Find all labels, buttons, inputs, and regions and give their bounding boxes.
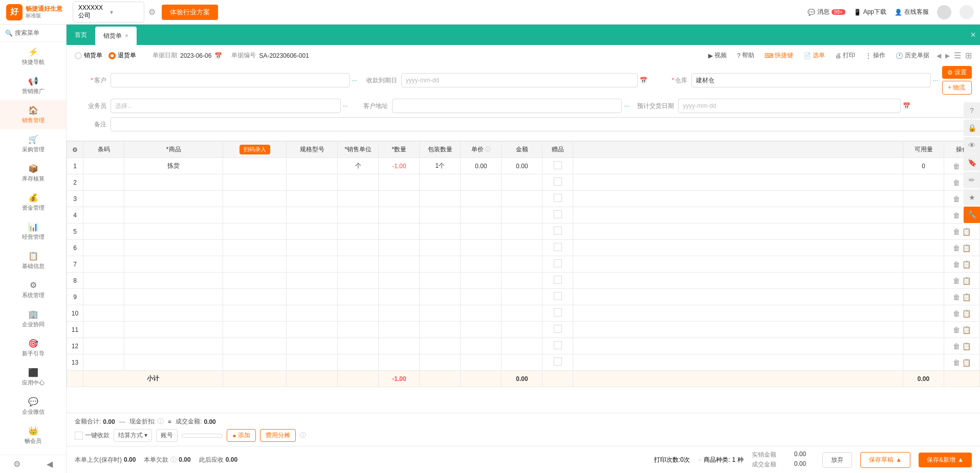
sidebar-item-purchase[interactable]: 🛒 采购管理 xyxy=(0,129,66,159)
gift-checkbox[interactable] xyxy=(554,210,562,218)
sidebar-item-guide[interactable]: 🎯 新手引导 xyxy=(0,333,66,363)
gift-checkbox[interactable] xyxy=(554,341,562,349)
row-spec[interactable] xyxy=(287,305,338,322)
gift-checkbox[interactable] xyxy=(554,227,562,235)
expense-split-btn[interactable]: 费用分摊 xyxy=(260,429,296,442)
row-qty[interactable] xyxy=(379,240,420,256)
delete-row-btn[interactable]: 🗑 xyxy=(953,244,960,252)
nav-next-icon[interactable]: ▶ xyxy=(945,52,950,59)
tab-home[interactable]: 首页 xyxy=(67,25,95,45)
row-barcode[interactable] xyxy=(83,354,124,371)
row-amount[interactable] xyxy=(502,273,542,289)
price-info-icon[interactable]: ⓘ xyxy=(485,146,491,152)
row-amount[interactable] xyxy=(502,338,542,354)
row-product[interactable] xyxy=(124,223,223,240)
row-price[interactable] xyxy=(461,207,502,223)
rfloat-orange[interactable]: 🔧 xyxy=(964,207,980,223)
payment-account-select[interactable]: 账号 xyxy=(156,429,178,442)
copy-row-btn[interactable]: 📋 xyxy=(962,358,971,367)
row-qty[interactable] xyxy=(379,256,420,273)
online-service-btn[interactable]: 👤 在线客服 xyxy=(895,8,929,16)
row-amount[interactable] xyxy=(502,256,542,273)
row-amount[interactable] xyxy=(502,305,542,322)
row-price[interactable] xyxy=(461,174,502,191)
row-spec[interactable] xyxy=(287,273,338,289)
row-gift[interactable] xyxy=(542,158,573,174)
row-barcode[interactable] xyxy=(83,273,124,289)
row-price[interactable]: 0.00 xyxy=(461,158,502,174)
row-barcode[interactable] xyxy=(83,338,124,354)
delete-row-btn[interactable]: 🗑 xyxy=(953,195,960,203)
copy-row-btn[interactable]: 📋 xyxy=(962,277,971,285)
delete-row-btn[interactable]: 🗑 xyxy=(953,358,960,367)
row-barcode[interactable] xyxy=(83,322,124,338)
row-amount[interactable] xyxy=(502,240,542,256)
delete-row-btn[interactable]: 🗑 xyxy=(953,228,960,236)
user-avatar[interactable] xyxy=(937,5,951,19)
customer-dots-icon[interactable]: ··· xyxy=(352,77,357,84)
receive-date-input[interactable]: yyyy-mm-dd xyxy=(401,73,638,87)
row-product[interactable] xyxy=(124,305,223,322)
app-download-btn[interactable]: 📱 App下载 xyxy=(854,8,886,16)
sidebar-collapse-btn[interactable]: ◀ xyxy=(47,459,53,469)
row-product[interactable] xyxy=(124,256,223,273)
tab-sales-order[interactable]: 销货单 × xyxy=(95,27,137,45)
radio-sales[interactable]: 销货单 xyxy=(75,51,102,60)
row-price[interactable] xyxy=(461,273,502,289)
addr-dots-icon[interactable]: ··· xyxy=(624,102,629,109)
sidebar-search[interactable]: 🔍 搜索菜单 xyxy=(0,25,66,42)
row-unit[interactable]: 个 xyxy=(338,158,379,174)
row-qty[interactable] xyxy=(379,207,420,223)
row-product[interactable] xyxy=(124,354,223,371)
gift-checkbox[interactable] xyxy=(554,276,562,284)
warehouse-input[interactable]: 建材仓 xyxy=(691,73,931,87)
row-product[interactable] xyxy=(124,338,223,354)
row-amount[interactable] xyxy=(502,354,542,371)
row-qty[interactable] xyxy=(379,191,420,207)
gift-checkbox[interactable] xyxy=(554,325,562,333)
row-amount[interactable] xyxy=(502,289,542,305)
sidebar-item-wechat[interactable]: 💬 企业微信 xyxy=(0,392,66,421)
sidebar-item-finance[interactable]: 💰 资金管理 xyxy=(0,188,66,217)
warehouse-dots-icon[interactable]: ··· xyxy=(933,77,938,84)
rfloat-bookmark[interactable]: 🔖 xyxy=(964,154,980,171)
delete-row-btn[interactable]: 🗑 xyxy=(953,326,960,334)
row-qty[interactable] xyxy=(379,289,420,305)
sidebar-item-quick-nav[interactable]: ⚡ 快捷导航 xyxy=(0,42,66,71)
row-amount[interactable] xyxy=(502,322,542,338)
expected-date-input[interactable]: yyyy-mm-dd xyxy=(678,99,901,113)
nav-prev-icon[interactable]: ◀ xyxy=(937,52,941,59)
row-spec[interactable] xyxy=(287,158,338,174)
row-qty[interactable] xyxy=(379,273,420,289)
row-price[interactable] xyxy=(461,354,502,371)
row-barcode[interactable] xyxy=(83,191,124,207)
history-btn[interactable]: 🕐 历史单据 xyxy=(892,50,932,61)
row-product[interactable] xyxy=(124,322,223,338)
radio-return[interactable]: 退货单 xyxy=(108,51,136,60)
sidebar-item-operation[interactable]: 📊 经营管理 xyxy=(0,217,66,246)
col-header-settings[interactable]: ⚙ xyxy=(67,142,83,158)
rfloat-question[interactable]: ? xyxy=(964,102,980,119)
cash-discount-info-icon[interactable]: ⓘ xyxy=(158,417,164,426)
help-btn[interactable]: ? 帮助 xyxy=(734,50,757,61)
row-spec[interactable] xyxy=(287,322,338,338)
one-click-payment-checkbox[interactable]: 一键收款 xyxy=(75,431,110,440)
gift-checkbox[interactable] xyxy=(554,243,562,251)
row-barcode[interactable] xyxy=(83,305,124,322)
row-barcode[interactable] xyxy=(83,240,124,256)
row-qty[interactable] xyxy=(379,354,420,371)
row-pkg-qty[interactable] xyxy=(420,207,461,223)
row-product[interactable] xyxy=(124,207,223,223)
gift-checkbox[interactable] xyxy=(554,161,562,169)
settings-icon-top[interactable]: ⚙ xyxy=(148,7,156,17)
row-product[interactable]: 拣货 xyxy=(124,158,223,174)
payment-method-select[interactable]: 结算方式 ▾ xyxy=(114,429,152,442)
save-draft-btn[interactable]: 保存草稿 ▲ xyxy=(860,452,910,468)
user-avatar2[interactable] xyxy=(960,5,974,19)
row-spec[interactable] xyxy=(287,174,338,191)
row-unit[interactable] xyxy=(338,191,379,207)
row-barcode[interactable] xyxy=(83,158,124,174)
row-pkg-qty[interactable] xyxy=(420,305,461,322)
save-new-btn[interactable]: 保存&新增 ▲ xyxy=(919,453,972,467)
row-price[interactable] xyxy=(461,240,502,256)
